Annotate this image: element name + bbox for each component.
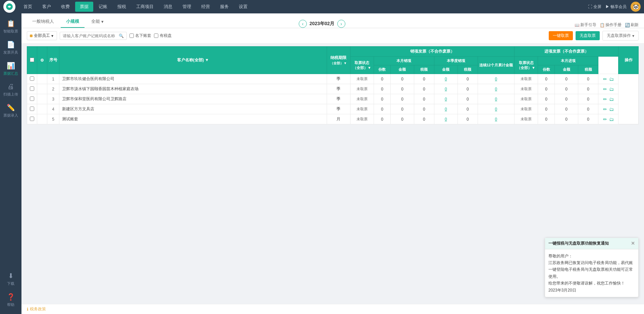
row-sales-month-count: 0 [374, 104, 390, 114]
edit-icon[interactable]: ✏ [603, 97, 607, 102]
sidebar-item-invoice-summary[interactable]: 📊 票据汇总 [0, 58, 21, 79]
nav-home[interactable]: 首页 [19, 2, 37, 12]
refresh-link[interactable]: 🔄 刷新 [625, 22, 639, 28]
nav-service[interactable]: 服务 [215, 2, 233, 12]
row-checkbox-cell [27, 74, 37, 84]
detail-icon[interactable]: 🗂 [609, 117, 614, 122]
row-checkbox-cell [27, 104, 37, 114]
search-input[interactable] [63, 34, 117, 38]
member-btn[interactable]: ▶ 畅享会员 [605, 4, 627, 10]
row-purchase-status: 未取票 [515, 114, 538, 124]
row-sales-month-tax: 0 [414, 104, 434, 114]
row-sales-month-amount: 0 [390, 114, 414, 124]
nav-fee[interactable]: 收费 [56, 2, 74, 12]
row-sales-month-count: 0 [374, 74, 390, 84]
nav-invoice[interactable]: 票据 [75, 2, 93, 12]
select-all-checkbox[interactable] [30, 58, 34, 62]
nav-bookkeeping[interactable]: 记账 [94, 2, 112, 12]
row-checkbox[interactable] [30, 86, 34, 91]
invoice-icon: 📄 [7, 41, 15, 49]
sidebar-item-invoice-entry[interactable]: ✏️ 票据录入 [0, 100, 21, 121]
one-click-btn[interactable]: 一键取票 [549, 31, 573, 40]
period-prev-btn[interactable]: ‹ [299, 20, 307, 28]
toolbar-left: 全部员工 ▾ 🔍 名下账套 有税盘 [27, 31, 546, 40]
sidebar-item-label: 票据录入 [3, 113, 18, 118]
row-cumulative: 0 [478, 104, 514, 114]
period-next-btn[interactable]: › [337, 20, 345, 28]
smart-ticket-icon: 📋 [7, 19, 15, 27]
nav-manage[interactable]: 管理 [178, 2, 196, 12]
employee-label: 全部员工 [34, 33, 50, 39]
row-checkbox[interactable] [30, 107, 34, 111]
fullscreen-btn[interactable]: ⛶ 全屏 [588, 4, 601, 10]
nav-business[interactable]: 工商项目 [131, 2, 158, 12]
nav-message[interactable]: 消息 [159, 2, 177, 12]
sidebar-item-invoice-issue[interactable]: 📄 发票开具 [0, 37, 21, 58]
top-nav: 首页 客户 收费 票据 记账 报税 工商项目 消息 管理 经营 服务 设置 ⛶ … [0, 0, 644, 13]
edit-icon[interactable]: ✏ [603, 117, 607, 122]
top-toolbar-right: 📖 新手引导 📋 操作手册 🔄 刷新 [575, 22, 639, 28]
sub-account-checkbox[interactable] [129, 34, 134, 38]
nav-operation[interactable]: 经营 [197, 2, 215, 12]
sidebar-item-smart-ticket[interactable]: 📋 智能取票 [0, 16, 21, 37]
nav-settings[interactable]: 设置 [234, 2, 252, 12]
row-purchase-month-amount: 0 [555, 74, 578, 84]
row-purchase-month-amount: 0 [555, 94, 578, 104]
tax-policy-link[interactable]: 税务政策 [30, 306, 46, 312]
row-checkbox[interactable] [30, 117, 34, 121]
table-row: 4 新建区方方文具店 季 未取票 0 0 0 0 0 0 未取票 0 0 0 ✏… [27, 104, 639, 114]
logo[interactable] [3, 1, 15, 13]
row-sales-quarter-amount: 0 [434, 104, 458, 114]
row-checkbox[interactable] [30, 76, 34, 81]
th-month-sales: 本月销项 [374, 57, 434, 65]
employee-dropdown-icon: ▾ [51, 34, 53, 38]
row-sales-quarter-tax: 0 [458, 84, 478, 94]
notification-header: 一键报税与无盘取票功能恢复通知 ✕ [545, 238, 638, 249]
employee-select[interactable]: 全部员工 ▾ [27, 31, 57, 40]
th-num: 序号 [47, 47, 59, 74]
row-sales-month-count: 0 [374, 114, 390, 124]
edit-icon[interactable]: ✏ [603, 107, 607, 112]
tab-general[interactable]: 一般纳税人 [27, 16, 59, 28]
no-disk-btn[interactable]: 无盘取票 [576, 31, 600, 40]
no-disk-operation-btn[interactable]: 无盘取票操作 ▾ [602, 31, 639, 41]
detail-icon[interactable]: 🗂 [609, 76, 614, 82]
row-settings-cell [37, 94, 47, 104]
sidebar-item-download[interactable]: ⬇ 下载 [0, 268, 21, 290]
row-sales-status: 未取票 [350, 104, 374, 114]
th-client-name: 客户名称(全部) ▼ [59, 47, 327, 74]
sidebar-item-label: 智能取票 [3, 29, 18, 34]
row-cumulative: 0 [478, 84, 514, 94]
edit-icon[interactable]: ✏ [603, 76, 607, 82]
nav-client[interactable]: 客户 [38, 2, 56, 12]
tab-all[interactable]: 全能 ▾ [86, 16, 109, 28]
detail-icon[interactable]: 🗂 [609, 86, 614, 92]
sidebar-bottom: ⬇ 下载 ❓ 帮助 [0, 268, 21, 314]
new-guide-link[interactable]: 📖 新手引导 [575, 22, 596, 28]
nav-tax[interactable]: 报税 [113, 2, 131, 12]
sub-account-checkbox-label[interactable]: 名下账套 [129, 33, 151, 39]
row-checkbox[interactable] [30, 97, 34, 101]
avatar[interactable]: 🐼 [631, 2, 641, 12]
nav-items: 首页 客户 收费 票据 记账 报税 工商项目 消息 管理 经营 服务 设置 [19, 2, 588, 12]
row-period: 季 [327, 94, 350, 104]
table-row: 5 测试账套 月 未取票 0 0 0 0 0 0 未取票 0 0 0 ✏ 🗂 [27, 114, 639, 124]
sidebar-item-help[interactable]: ❓ 帮助 [0, 290, 21, 311]
search-icon[interactable]: 🔍 [119, 34, 124, 38]
has-tax-checkbox[interactable] [154, 34, 158, 38]
sidebar-item-label: 扫描上传 [3, 92, 18, 97]
detail-icon[interactable]: 🗂 [609, 107, 614, 112]
manual-link[interactable]: 📋 操作手册 [600, 22, 622, 28]
edit-icon[interactable]: ✏ [603, 86, 607, 92]
row-purchase-month-tax: 0 [578, 74, 598, 84]
detail-icon[interactable]: 🗂 [609, 97, 614, 102]
row-purchase-month-amount: 0 [555, 104, 578, 114]
tab-small-scale[interactable]: 小规模 [61, 16, 85, 28]
notification-body: 尊敬的用户：江苏政务网已恢复访问电子税务局功能，易代账一键登陆电子税务局与无盘取… [545, 249, 638, 297]
row-purchase-month-count: 0 [538, 114, 555, 124]
row-sales-quarter-tax: 0 [458, 104, 478, 114]
notification-close-btn[interactable]: ✕ [631, 241, 635, 246]
row-client-name: 新建区方方文具店 [59, 104, 327, 114]
has-tax-checkbox-label[interactable]: 有税盘 [154, 33, 172, 39]
sidebar-item-scan-upload[interactable]: 🖨 扫描上传 [0, 79, 21, 100]
